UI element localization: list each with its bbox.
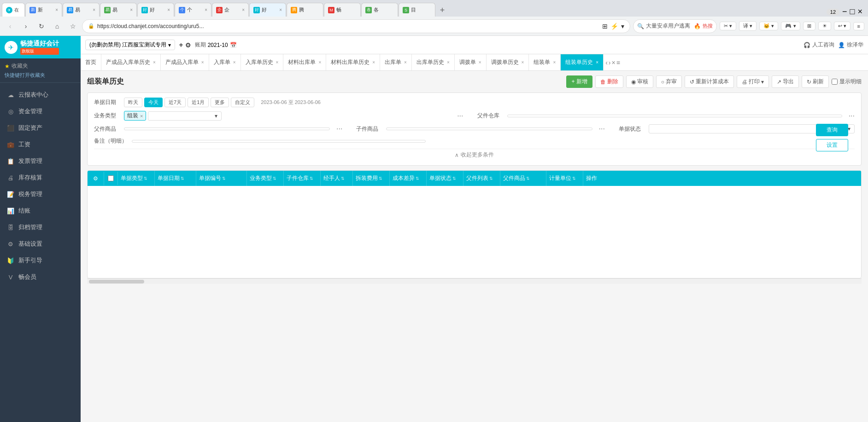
tabs-prev-arrow[interactable]: ‹: [605, 59, 608, 66]
sidebar-item-inventory[interactable]: 🖨 库存核算: [0, 169, 81, 186]
sidebar-item-guide[interactable]: 🔰 新手引导: [0, 252, 81, 269]
parent-wh-more[interactable]: ···: [849, 112, 855, 120]
url-dropdown-icon[interactable]: ▾: [621, 23, 624, 30]
tab-in-history-close[interactable]: ×: [276, 60, 279, 65]
th-order-type[interactable]: 单据类型 ⇅: [118, 171, 155, 186]
close-button[interactable]: ×: [857, 7, 862, 17]
tab-out-history-close[interactable]: ×: [447, 60, 450, 65]
th-disassemble-fee[interactable]: 拆装费用 ⇅: [353, 171, 390, 186]
tab-assemble-history-close[interactable]: ×: [522, 60, 524, 65]
grid-icon-btn[interactable]: ⊞: [803, 22, 815, 30]
collapse-row[interactable]: ∧ 收起更多条件: [94, 149, 855, 161]
tab-assemble-close[interactable]: ×: [479, 60, 481, 65]
sidebar-item-archive[interactable]: 🗄 归档管理: [0, 219, 81, 236]
sidebar-item-member[interactable]: V 畅会员: [0, 269, 81, 285]
tab-home[interactable]: 首页: [81, 54, 101, 71]
horizontal-scrollbar[interactable]: [87, 278, 862, 284]
tab-prod-in-close[interactable]: ×: [201, 60, 204, 65]
browser-tab-4[interactable]: 好 好 ×: [137, 3, 174, 17]
browser-tab-7[interactable]: 好 好 ×: [249, 3, 286, 17]
browser-home-tab[interactable]: ✈ 在: [2, 3, 25, 17]
th-order-number[interactable]: 单据编号 ⇅: [196, 171, 247, 186]
th-parent-list[interactable]: 父件列表 ⇅: [463, 171, 500, 186]
tabs-next-arrow[interactable]: ›: [609, 59, 611, 66]
calendar-icon[interactable]: 📅: [230, 42, 237, 48]
settings-icon[interactable]: ⚙: [185, 41, 191, 49]
delete-button[interactable]: 🗑 删除: [595, 75, 623, 88]
cut-icon-btn[interactable]: ✂ ▾: [720, 22, 736, 30]
back-button[interactable]: ‹: [4, 20, 17, 33]
tab-in-order[interactable]: 入库单 ×: [209, 54, 241, 71]
menu-icon-btn[interactable]: ≡: [853, 22, 864, 30]
qr-icon[interactable]: ⊞: [602, 23, 608, 30]
tab-out-close[interactable]: ×: [404, 60, 407, 65]
th-unit[interactable]: 计量单位 ⇅: [546, 171, 583, 186]
parent-wh-input[interactable]: [507, 115, 842, 117]
tab-in-order-close[interactable]: ×: [233, 60, 236, 65]
tab-out[interactable]: 出库单 ×: [380, 54, 412, 71]
tabs-more-icon[interactable]: ≡: [616, 59, 620, 66]
translate-icon-btn[interactable]: 译 ▾: [739, 21, 757, 31]
sidebar-item-basic[interactable]: ⚙ 基础设置: [0, 236, 81, 252]
refresh-button-page[interactable]: ↻ 刷新: [802, 75, 829, 88]
date-btn-7days[interactable]: 近7天: [164, 98, 186, 107]
tab-mat-out-history-close[interactable]: ×: [372, 60, 375, 65]
support-btn[interactable]: 🎧 人工咨询: [803, 41, 834, 49]
parent-goods-more[interactable]: ···: [336, 125, 342, 133]
tab-kit[interactable]: 组装单 ×: [529, 54, 561, 71]
child-goods-more[interactable]: ···: [599, 125, 605, 133]
tab-mat-out[interactable]: 材料出库单 ×: [283, 54, 326, 71]
tab-prod-history-close[interactable]: ×: [153, 60, 156, 65]
th-order-status[interactable]: 单据状态 ⇅: [427, 171, 463, 186]
tab-kit-close[interactable]: ×: [553, 60, 556, 65]
date-btn-custom[interactable]: 自定义: [231, 98, 254, 107]
date-btn-yesterday[interactable]: 昨天: [124, 98, 142, 107]
print-button[interactable]: 🖨 打印 ▾: [737, 75, 769, 88]
date-btn-1month[interactable]: 近1月: [188, 98, 209, 107]
undo-icon-btn[interactable]: ↩ ▾: [834, 22, 850, 30]
sun-icon-btn[interactable]: ☀: [818, 22, 831, 30]
tab-out-history[interactable]: 出库单历史 ×: [412, 54, 455, 71]
sidebar-item-invoice[interactable]: 📋 发票管理: [0, 153, 81, 169]
tab-prod-in[interactable]: 产成品入库单 ×: [161, 54, 209, 71]
minimize-button[interactable]: −: [842, 7, 847, 17]
th-child-wh[interactable]: 子件仓库 ⇅: [284, 171, 321, 186]
th-checkbox[interactable]: [104, 172, 118, 185]
refresh-button[interactable]: ↻: [35, 20, 48, 33]
th-order-date[interactable]: 单据日期 ⇅: [155, 171, 196, 186]
biz-type-tag-remove[interactable]: ×: [140, 113, 143, 119]
biz-type-more[interactable]: ···: [457, 112, 463, 120]
browser-tab-10[interactable]: 各 各: [361, 3, 398, 17]
browser-tab-1[interactable]: 新 新 ×: [25, 3, 62, 17]
home-button[interactable]: ⌂: [51, 20, 64, 33]
child-goods-input[interactable]: [386, 127, 592, 130]
th-handler[interactable]: 经手人 ⇅: [321, 171, 353, 186]
biz-type-dropdown[interactable]: ▾: [148, 111, 222, 121]
company-selector[interactable]: (勿删勿禁用) 江西服宝测试专用 ▾: [85, 40, 175, 50]
add-icon[interactable]: +: [179, 41, 183, 49]
scroll-thumb[interactable]: [89, 280, 144, 283]
sidebar-item-settle[interactable]: 📊 结账: [0, 202, 81, 219]
url-bar[interactable]: 🔒 https://cloud.chanjet.com/accounting/u…: [82, 19, 630, 33]
bookmark-button[interactable]: ☆: [66, 20, 79, 33]
audit-button[interactable]: ◉ 审核: [626, 75, 653, 88]
forward-button[interactable]: ›: [19, 20, 32, 33]
date-btn-more[interactable]: 更多: [211, 98, 229, 107]
sidebar-item-fund[interactable]: ◎ 资金管理: [0, 103, 81, 120]
emoji-icon-btn[interactable]: 🐱 ▾: [759, 22, 778, 30]
new-tab-button[interactable]: +: [436, 4, 449, 17]
browser-tab-8[interactable]: 腾 腾: [287, 3, 323, 17]
export-button[interactable]: ↗ 导出: [772, 75, 799, 88]
tab-in-history[interactable]: 入库单历史 ×: [241, 54, 284, 71]
th-settings[interactable]: ⚙: [88, 172, 104, 185]
th-biz-type[interactable]: 业务类型 ⇅: [247, 171, 284, 186]
browser-tab-9[interactable]: M 畅: [324, 3, 361, 17]
tab-mat-out-close[interactable]: ×: [318, 60, 321, 65]
th-cost-diff[interactable]: 成本差异 ⇅: [390, 171, 427, 186]
th-parent-goods[interactable]: 父件商品 ⇅: [500, 171, 546, 186]
recalculate-button[interactable]: ↺ 重新计算成本: [685, 75, 734, 88]
favorites-link[interactable]: 快捷键打开收藏夹: [5, 72, 76, 79]
sidebar-item-cloud-report[interactable]: ☁ 云报表中心: [0, 87, 81, 103]
browser-tab-6[interactable]: 企 企 ×: [212, 3, 249, 17]
browser-tab-3[interactable]: 易 易 ×: [100, 3, 137, 17]
